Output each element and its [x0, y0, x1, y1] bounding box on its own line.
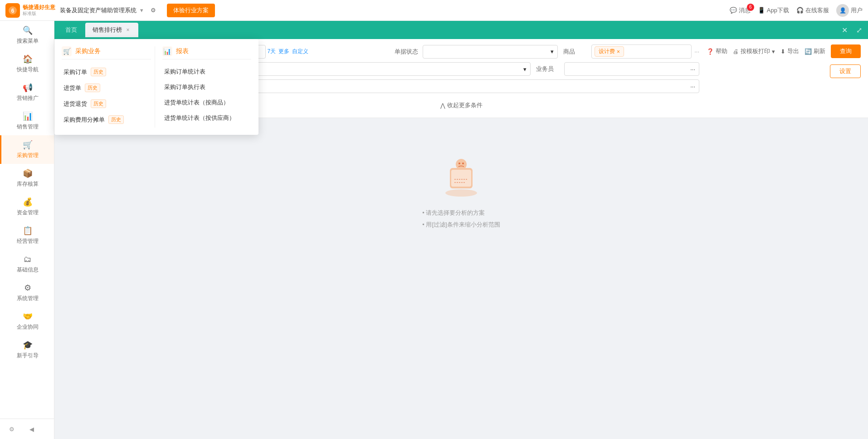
sidebar-collapse-btn[interactable]: ◀: [24, 423, 40, 435]
purchase-col: 🛒 采购业务 采购订单 历史 进货单 历史 进货退货 历史 采购费用分摊单 历史: [62, 46, 151, 128]
sidebar: 🔍 搜索菜单 🏠 快捷导航 📢 营销推广 📊 销售管理 🛒 采购管理 📦 库存核…: [0, 21, 54, 439]
enterprise-icon: 🤝: [23, 311, 33, 321]
salesman-select[interactable]: ···: [564, 62, 699, 76]
tab-home-label: 首页: [65, 26, 77, 34]
dropdown-inbound-stat-supplier[interactable]: 进货单统计表（按供应商）: [162, 110, 252, 126]
message-btn[interactable]: 💬 消息 6: [730, 6, 751, 15]
industry-btn[interactable]: 体验行业方案: [167, 4, 215, 17]
salesman-label: 业务员: [536, 65, 561, 73]
print-btn[interactable]: 🖨 按模板打印 ▾: [733, 47, 775, 55]
history-badge-2: 历史: [85, 84, 100, 92]
phone-icon: 📱: [758, 7, 765, 14]
marketing-icon: 📢: [23, 83, 33, 93]
sidebar-item-nav[interactable]: 🏠 快捷导航: [0, 49, 54, 78]
dropdown-report-4-label: 进货单统计表（按供应商）: [164, 114, 235, 122]
tab-close-icon[interactable]: ×: [125, 27, 131, 33]
dropdown-inbound-stat-goods[interactable]: 进货单统计表（按商品）: [162, 95, 252, 110]
dropdown-purchase-order-stat[interactable]: 采购订单统计表: [162, 64, 252, 79]
logo-icon: 6: [5, 3, 20, 18]
sales-icon: 📊: [23, 111, 33, 121]
inventory-icon: 📦: [23, 168, 33, 178]
sidebar-label-basic: 基础信息: [17, 266, 39, 274]
user-label: 用户: [851, 6, 863, 15]
tab-sales-rank[interactable]: 销售排行榜 ×: [85, 23, 138, 37]
date-7days[interactable]: 7天: [268, 48, 276, 55]
online-service-btn[interactable]: 🎧 在线客服: [796, 6, 829, 15]
doc-status-select[interactable]: ▾: [423, 45, 558, 59]
sidebar-item-search[interactable]: 🔍 搜索菜单: [0, 21, 54, 49]
tab-home[interactable]: 首页: [58, 23, 84, 37]
history-badge-4: 历史: [108, 115, 124, 124]
app-download-label: App下载: [767, 6, 789, 15]
purchase-col-title: 🛒 采购业务: [62, 46, 151, 59]
collapse-btn[interactable]: ⋀ 收起更多条件: [438, 99, 485, 112]
dropdown-purchase-order[interactable]: 采购订单 历史: [62, 64, 151, 80]
tab-actions: ✕ ⤢: [839, 25, 864, 35]
empty-tip-1: 请先选择要分析的方案: [422, 207, 500, 219]
empty-tip-2: 用[过滤]条件来缩小分析范围: [422, 219, 500, 231]
message-icon: 💬: [730, 7, 737, 14]
basic-icon: 🗂: [23, 254, 33, 264]
empty-text: 请先选择要分析的方案 用[过滤]条件来缩小分析范围: [422, 207, 500, 231]
sidebar-item-inventory[interactable]: 📦 库存核算: [0, 164, 54, 192]
sidebar-label-inventory: 库存核算: [17, 180, 39, 188]
system-title-area: 装备及固定资产辅助管理系统 ▾ ⚙ 体验行业方案: [60, 4, 730, 17]
sidebar-item-system[interactable]: ⚙ 系统管理: [0, 278, 54, 307]
dropdown-inbound-return-label: 进货退货: [63, 100, 87, 108]
app-download-btn[interactable]: 📱 App下载: [758, 6, 789, 15]
export-btn[interactable]: ⬇ 导出: [780, 47, 799, 55]
svg-point-7: [462, 163, 464, 164]
tab-close-btn[interactable]: ✕: [839, 25, 850, 35]
salesman-field: 业务员 ···: [536, 62, 699, 76]
svg-point-6: [458, 163, 460, 164]
settings-button[interactable]: 设置: [830, 64, 861, 78]
dropdown-purchase-expense[interactable]: 采购费用分摊单 历史: [62, 112, 151, 128]
sidebar-item-purchase[interactable]: 🛒 采购管理: [0, 135, 54, 164]
dropdown-purchase-order-exec[interactable]: 采购订单执行表: [162, 79, 252, 95]
user-avatar: 👤: [836, 4, 849, 17]
help-label: 帮助: [716, 47, 727, 55]
refresh-btn[interactable]: 🔄 刷新: [805, 47, 825, 55]
tab-bar: 首页 销售排行榜 × ✕ ⤢: [54, 21, 868, 39]
sidebar-item-guide[interactable]: 🎓 新手引导: [0, 335, 54, 364]
sidebar-item-sales[interactable]: 📊 销售管理: [0, 107, 54, 135]
sidebar-item-finance[interactable]: 💰 资金管理: [0, 192, 54, 221]
empty-state: 请先选择要分析的方案 用[过滤]条件来缩小分析范围: [54, 118, 868, 267]
sidebar-item-enterprise[interactable]: 🤝 企业协同: [0, 307, 54, 335]
sidebar-item-marketing[interactable]: 📢 营销推广: [0, 78, 54, 107]
user-btn[interactable]: 👤 用户: [836, 4, 863, 17]
online-service-label: 在线客服: [805, 6, 829, 15]
sidebar-label-operation: 经营管理: [17, 237, 39, 245]
report-col-label: 报表: [176, 47, 189, 55]
date-more[interactable]: 更多: [278, 48, 289, 55]
history-badge-1: 历史: [91, 68, 106, 76]
tab-maximize-btn[interactable]: ⤢: [853, 25, 864, 35]
system-settings-icon[interactable]: ⚙: [147, 4, 160, 17]
message-badge: 6: [747, 4, 754, 11]
dropdown-inbound-return[interactable]: 进货退货 历史: [62, 96, 151, 112]
goods-tag: 设计费 ×: [595, 46, 624, 57]
goods-more[interactable]: ···: [694, 48, 699, 55]
dropdown-inbound-order[interactable]: 进货单 历史: [62, 80, 151, 96]
system-title-dropdown[interactable]: ▾: [140, 7, 143, 14]
sidebar-settings-btn[interactable]: ⚙: [4, 423, 20, 435]
top-right: 💬 消息 6 📱 App下载 🎧 在线客服 👤 用户: [730, 4, 863, 17]
sidebar-label-nav: 快捷导航: [17, 66, 39, 74]
date-custom[interactable]: 自定义: [292, 48, 308, 55]
sidebar-item-operation[interactable]: 📋 经营管理: [0, 221, 54, 250]
goods-tag-remove[interactable]: ×: [617, 49, 620, 55]
operation-icon: 📋: [23, 226, 33, 236]
svg-point-5: [456, 159, 467, 170]
filter-actions: ❓ 帮助 🖨 按模板打印 ▾ ⬇ 导出: [707, 44, 861, 78]
logo-sub: 标准版: [23, 11, 55, 16]
goods-label: 商品: [563, 48, 589, 56]
history-badge-3: 历史: [91, 99, 106, 108]
help-btn[interactable]: ❓ 帮助: [707, 47, 727, 55]
dropdown-report-2-label: 采购订单执行表: [164, 83, 205, 91]
purchase-col-label: 采购业务: [75, 47, 101, 55]
sidebar-item-basic[interactable]: 🗂 基础信息: [0, 250, 54, 278]
purchase-icon: 🛒: [23, 140, 33, 150]
logo-text: 畅捷通好生意: [23, 4, 55, 10]
query-button[interactable]: 查询: [831, 44, 861, 58]
sidebar-label-enterprise: 企业协同: [17, 323, 39, 331]
